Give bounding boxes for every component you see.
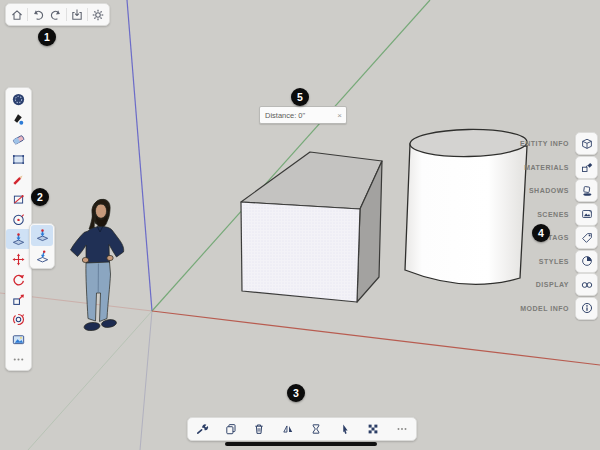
delete-button[interactable]: [249, 419, 269, 439]
panel-row-scenes: SCENES: [520, 204, 598, 225]
toolbar-divider: [27, 8, 28, 21]
box-top-face: [241, 152, 382, 209]
right-panel: ENTITY INFO MATERIALS SHADOWS SCENES TAG…: [520, 133, 598, 321]
scale-icon: [11, 292, 26, 307]
push-pull-variant-button[interactable]: [31, 246, 53, 267]
line-tool-button[interactable]: [6, 169, 31, 189]
wrench-icon: [195, 422, 209, 436]
more-actions-button[interactable]: [392, 419, 412, 439]
push-pull-icon: [11, 232, 26, 247]
scale-tool-button[interactable]: [6, 289, 31, 309]
rotate-icon: [11, 272, 26, 287]
paint-tool-button[interactable]: [6, 109, 31, 129]
flip-button[interactable]: [278, 419, 298, 439]
panel-label: SCENES: [537, 211, 569, 218]
copy-button[interactable]: [221, 419, 241, 439]
circle-tool-button[interactable]: [6, 209, 31, 229]
panel-label: MATERIALS: [524, 164, 569, 171]
panel-row-model-info: MODEL INFO: [520, 298, 598, 319]
offset-tool-button[interactable]: [6, 309, 31, 329]
wrench-button[interactable]: [192, 419, 212, 439]
line-pencil-icon: [11, 172, 26, 187]
measurement-value-box[interactable]: Distance: 0" ×: [259, 106, 347, 124]
box-shape[interactable]: [241, 152, 382, 302]
step-badge-5: 5: [291, 88, 309, 106]
shadows-icon: [580, 184, 594, 198]
styles-button[interactable]: [575, 250, 598, 273]
step-badge-1: 1: [38, 28, 56, 46]
more-icon: [395, 422, 409, 436]
entity-info-button[interactable]: [575, 132, 598, 155]
pattern-button[interactable]: [363, 419, 383, 439]
model-info-icon: [580, 301, 594, 315]
top-toolbar: [5, 3, 110, 26]
tags-button[interactable]: [575, 226, 598, 249]
cursor-button[interactable]: [335, 419, 355, 439]
shadows-button[interactable]: [575, 179, 598, 202]
cylinder-shape[interactable]: [405, 128, 527, 284]
scale-figure[interactable]: [71, 199, 124, 331]
move-icon: [11, 252, 26, 267]
left-toolbar: [5, 87, 32, 371]
hourglass-button[interactable]: [306, 419, 326, 439]
image-tool-button[interactable]: [6, 329, 31, 349]
move-tool-button[interactable]: [6, 249, 31, 269]
settings-button[interactable]: [89, 6, 107, 24]
display-icon: [580, 278, 594, 292]
rectangle-tool-button[interactable]: [6, 149, 31, 169]
panel-row-display: DISPLAY: [520, 274, 598, 295]
display-button[interactable]: [575, 273, 598, 296]
scenes-button[interactable]: [575, 203, 598, 226]
panel-label: ENTITY INFO: [520, 140, 569, 147]
panel-row-materials: MATERIALS: [520, 157, 598, 178]
undo-button[interactable]: [29, 6, 47, 24]
model-info-button[interactable]: [575, 297, 598, 320]
home-indicator-bar[interactable]: [225, 442, 377, 446]
materials-button[interactable]: [575, 156, 598, 179]
app-window: ENTITY INFO MATERIALS SHADOWS SCENES TAG…: [0, 0, 600, 450]
panel-label: SHADOWS: [529, 187, 569, 194]
step-badge-3: 3: [287, 384, 305, 402]
push-pull-icon: [35, 228, 50, 243]
redo-icon: [49, 8, 63, 22]
export-icon: [70, 8, 84, 22]
select-tool-button[interactable]: [6, 89, 31, 109]
tags-icon: [580, 231, 594, 245]
rectangle-icon: [11, 152, 26, 167]
step-badge-4: 4: [532, 224, 550, 242]
eraser-tool-button[interactable]: [6, 129, 31, 149]
entity-info-icon: [580, 137, 594, 151]
styles-icon: [580, 254, 594, 268]
push-pull-tool-button[interactable]: [6, 229, 31, 249]
home-button[interactable]: [8, 6, 26, 24]
undo-icon: [31, 8, 45, 22]
axis-blue: [127, 0, 152, 311]
panel-row-styles: STYLES: [520, 251, 598, 272]
select-icon: [11, 92, 26, 107]
copy-icon: [224, 422, 238, 436]
image-icon: [11, 332, 26, 347]
push-pull-variant-icon: [35, 249, 50, 264]
eraser-icon: [11, 132, 26, 147]
redo-button[interactable]: [47, 6, 65, 24]
scenes-icon: [580, 207, 594, 221]
pattern-icon: [366, 422, 380, 436]
toolbar-divider: [66, 8, 67, 21]
push-pull-flyout-button[interactable]: [31, 225, 53, 246]
panel-row-entity-info: ENTITY INFO: [520, 133, 598, 154]
offset-icon: [11, 312, 26, 327]
rotated-rectangle-tool-button[interactable]: [6, 189, 31, 209]
rotate-tool-button[interactable]: [6, 269, 31, 289]
rotated-rectangle-icon: [11, 192, 26, 207]
context-toolbar: [187, 417, 417, 441]
circle-icon: [11, 212, 26, 227]
settings-gear-icon: [91, 8, 105, 22]
step-badge-2: 2: [31, 188, 49, 206]
panel-label: MODEL INFO: [520, 305, 569, 312]
more-tools-button[interactable]: [6, 349, 31, 369]
measurement-label: Distance: 0": [260, 111, 337, 120]
close-icon[interactable]: ×: [337, 111, 346, 120]
export-button[interactable]: [68, 6, 86, 24]
flip-icon: [281, 422, 295, 436]
drawing-canvas[interactable]: [0, 0, 600, 450]
